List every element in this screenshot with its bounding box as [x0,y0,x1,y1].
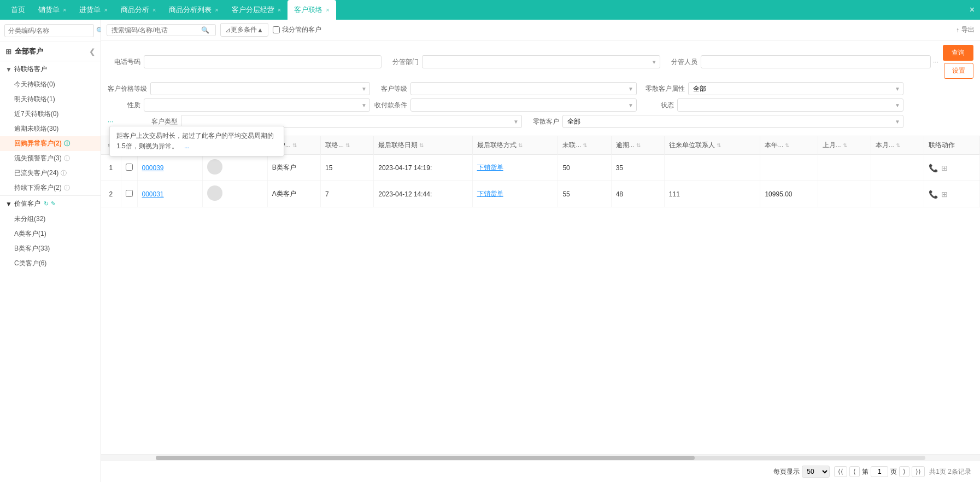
row1-name[interactable] [202,155,267,181]
my-customers-checkbox-label[interactable]: 我分管的客户 [273,25,321,34]
row2-last-date: 2023-04-12 14:44: [374,181,472,207]
close-customer-tier-icon[interactable]: × [278,7,281,13]
value-customers-section[interactable]: ▼ 价值客户 ↻ ✎ [0,195,101,212]
payment-select[interactable] [410,98,637,112]
settings-button[interactable]: 设置 [944,63,973,79]
row1-checkbox-input[interactable] [126,164,133,171]
sort-month-icon: ⇅ [896,142,900,148]
row1-grid-icon[interactable]: ⊞ [941,164,948,172]
edit-icon[interactable]: ✎ [51,200,56,207]
tree-group-pending-label[interactable]: ▼ 待联络客户 [0,61,101,77]
manager-more-icon[interactable]: ··· [933,58,938,66]
row1-last-method[interactable]: 下销货单 [472,155,558,181]
customer-level-select[interactable] [410,82,637,95]
sidebar-item-today[interactable]: 今天待联络(0) [0,77,101,92]
col-this-month[interactable]: 本月... ⇅ [871,136,924,155]
sidebar-item-c-class[interactable]: C类客户(6) [0,256,101,271]
export-button[interactable]: ↑ 导出 [956,25,975,34]
last-page-button[interactable]: ⟩⟩ [912,466,925,477]
top-nav: 首页 销货单 × 进货单 × 商品分析 × 商品分析列表 × 客户分层经营 × … [0,0,980,20]
sidebar-item-churned[interactable]: 已流失客户(24) ⓘ [0,166,101,181]
my-customers-checkbox[interactable] [273,26,280,33]
main-search-input[interactable] [112,26,199,34]
nav-customer-contact[interactable]: 客户联络 × [287,0,336,20]
first-page-button[interactable]: ⟨⟨ [834,466,847,477]
col-uncontacted[interactable]: 未联... ⇅ [558,136,611,155]
row2-overdue: 48 [611,181,664,207]
col-contact-count[interactable]: 联络... ⇅ [321,136,374,155]
nav-sales-order[interactable]: 销货单 × [32,0,73,20]
scrollbar-thumb[interactable] [156,456,695,460]
nature-select[interactable] [144,98,370,112]
tooltip-more-link[interactable]: ... [184,142,190,150]
horizontal-scrollbar[interactable] [101,454,980,461]
main-layout: 🔍 ⊞ 全部客户 ❮ ▼ 待联络客户 今天待联络(0) 明天待联络(1) [0,20,980,482]
more-conditions-button[interactable]: ⊿ 更多条件 ▲ [220,23,268,37]
sidebar-item-overdue[interactable]: 逾期未联络(30) [0,121,101,136]
sort-method-icon: ⇅ [518,142,523,148]
sidebar-item-repurchase-abnormal[interactable]: 回购异常客户(2) ⓘ [0,136,101,151]
per-page-select[interactable]: 50 100 200 [802,466,830,478]
row2-last-method[interactable]: 下销货单 [472,181,558,207]
manager-input[interactable] [701,55,931,68]
col-this-year[interactable]: 本年... ⇅ [760,136,818,155]
more-filters-link[interactable]: ··· [108,118,113,125]
row2-name[interactable] [202,181,267,207]
close-sales-order-icon[interactable]: × [63,7,66,13]
phone-input[interactable] [144,55,382,68]
row1-contact-icon[interactable]: 📞 [929,164,938,172]
close-customer-contact-icon[interactable]: × [326,7,329,13]
sidebar-item-b-class[interactable]: B类客户(33) [0,241,101,256]
action-buttons: 查询 设置 [943,45,973,79]
refresh-icon[interactable]: ↻ [44,200,49,207]
col-overdue[interactable]: 逾期... ⇅ [611,136,664,155]
row1-code[interactable]: 000039 [137,155,202,181]
sort-type-icon: ⇅ [292,142,297,148]
col-last-month[interactable]: 上月... ⇅ [818,136,871,155]
filter-phone: 电话号码 [108,55,382,68]
filter-row-3: 性质 ▼ 收付款条件 ▼ 状态 [108,98,973,112]
nav-customer-tier[interactable]: 客户分层经营 × [225,0,287,20]
nav-home[interactable]: 首页 [4,0,32,20]
row2-code[interactable]: 000031 [137,181,202,207]
nav-purchase-order[interactable]: 进货单 × [73,0,114,20]
advanced-filter: 电话号码 分管部门 ▼ 分管人员 ··· [101,40,980,136]
filter-dept: 分管部门 ▼ [386,55,660,68]
scatter-customer-wrapper: 全部 ▼ [562,115,903,128]
col-last-method[interactable]: 最后联络方式 ⇅ [472,136,558,155]
sidebar-item-ungrouped[interactable]: 未分组(32) [0,212,101,227]
sidebar-search-input[interactable] [4,24,94,37]
row2-grid-icon[interactable]: ⊞ [941,190,948,199]
page-number-input[interactable] [871,466,888,477]
sidebar-search-icon[interactable]: 🔍 [96,27,101,34]
sidebar-item-7days[interactable]: 近7天待联络(0) [0,107,101,121]
next-page-button[interactable]: ⟩ [899,466,909,477]
payment-wrapper: ▼ [410,98,637,112]
status-select[interactable] [677,98,903,112]
dept-select[interactable] [422,55,660,68]
nav-product-analysis-list[interactable]: 商品分析列表 × [162,0,225,20]
nature-wrapper: ▼ [144,98,370,112]
main-search-icon[interactable]: 🔍 [201,26,209,34]
close-all-tabs-button[interactable]: × [970,5,975,15]
col-contacts[interactable]: 往来单位联系人 ⇅ [664,136,760,155]
scatter-attr-wrapper: 全部 ▼ [688,82,903,95]
nav-product-analysis[interactable]: 商品分析 × [114,0,162,20]
sidebar-item-tomorrow[interactable]: 明天待联络(1) [0,92,101,107]
price-level-select[interactable] [150,82,370,95]
sidebar-collapse-button[interactable]: ❮ [89,48,95,56]
row2-contact-icon[interactable]: 📞 [929,190,938,199]
sidebar-item-churn-warning[interactable]: 流失预警客户(3) ⓘ [0,151,101,166]
close-product-analysis-icon[interactable]: × [152,7,156,13]
scatter-attr-select[interactable]: 全部 [688,82,903,95]
scatter-customer-select[interactable]: 全部 [562,115,903,128]
sidebar-item-declining[interactable]: 持续下滑客户(2) ⓘ [0,181,101,195]
close-purchase-order-icon[interactable]: × [104,7,107,13]
customer-level-wrapper: ▼ [410,82,637,95]
col-last-date[interactable]: 最后联络日期 ⇅ [374,136,472,155]
close-product-analysis-list-icon[interactable]: × [215,7,218,13]
sidebar-item-a-class[interactable]: A类客户(1) [0,227,101,241]
prev-page-button[interactable]: ⟨ [849,466,860,477]
query-button[interactable]: 查询 [943,45,973,61]
row2-checkbox-input[interactable] [126,190,133,197]
